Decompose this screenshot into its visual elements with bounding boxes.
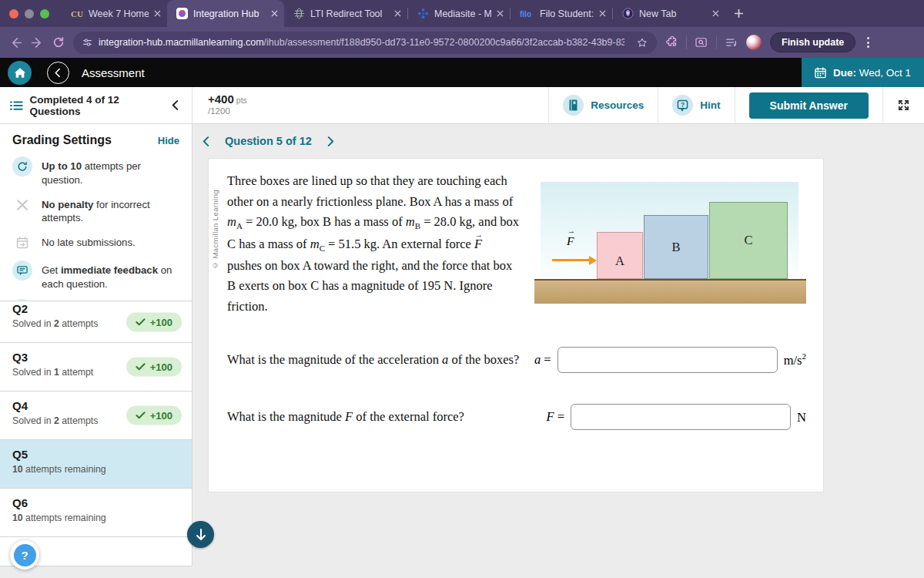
points-unit: pts bbox=[236, 96, 247, 105]
svg-text:?: ? bbox=[681, 100, 685, 108]
window-minimize-button[interactable] bbox=[25, 9, 34, 18]
submit-answer-button[interactable]: Submit Answer bbox=[749, 92, 869, 119]
sidebar-item-q4[interactable]: Q4 Solved in 2 attempts +100 bbox=[0, 391, 192, 440]
plus-icon bbox=[735, 9, 743, 18]
help-button[interactable]: ? bbox=[10, 540, 39, 570]
sidebar: Grading Settings Hide Up to 10 attempts … bbox=[0, 124, 192, 578]
tab-lti-redirect[interactable]: LTI Redirect Tool bbox=[284, 0, 407, 27]
grading-item-attempts: Up to 10 attempts per question. bbox=[12, 156, 179, 187]
sidebar-item-q6[interactable]: Q6 10 attempts remaining bbox=[0, 489, 192, 537]
diagram-box-a: A bbox=[597, 232, 643, 279]
back-button[interactable] bbox=[47, 62, 69, 84]
grading-settings-panel: Grading Settings Hide Up to 10 attempts … bbox=[0, 124, 192, 301]
tab-week7-homework[interactable]: CU Week 7 Homework bbox=[62, 0, 167, 27]
next-question-button[interactable] bbox=[327, 136, 334, 146]
forward-icon[interactable] bbox=[31, 36, 44, 49]
feedback-bubble-icon bbox=[12, 260, 32, 281]
tab-title: Filo Student: World's Onl bbox=[540, 8, 594, 19]
hide-link[interactable]: Hide bbox=[158, 135, 179, 146]
brave-icon bbox=[622, 8, 634, 19]
points-earned: +400 bbox=[208, 92, 234, 106]
window-close-button[interactable] bbox=[9, 9, 18, 18]
question-list-header: Completed 4 of 12 Questions bbox=[0, 87, 192, 123]
close-icon[interactable] bbox=[497, 10, 504, 17]
physics-diagram: A B C F→ bbox=[534, 171, 806, 304]
finish-update-button[interactable]: Finish update bbox=[770, 32, 855, 52]
search-in-page-icon[interactable] bbox=[695, 37, 708, 48]
window-controls bbox=[0, 9, 62, 18]
sidebar-item-q2[interactable]: Q2 Solved in 2 attempts +100 bbox=[0, 301, 192, 343]
acceleration-input[interactable] bbox=[557, 347, 778, 373]
url-domain: integration-hub.macmillanlearning.com bbox=[99, 37, 264, 48]
browser-menu-icon[interactable] bbox=[864, 37, 872, 48]
url-text: integration-hub.macmillanlearning.com/ih… bbox=[99, 37, 624, 48]
url-bar[interactable]: integration-hub.macmillanlearning.com/ih… bbox=[73, 32, 657, 54]
extensions-puzzle-icon[interactable] bbox=[665, 36, 678, 49]
tab-mediasite[interactable]: Mediasite - Mediasite Ch bbox=[408, 0, 510, 27]
filo-logo-icon: filo bbox=[520, 9, 534, 18]
profile-avatar[interactable] bbox=[746, 35, 762, 50]
workspace: Grading Settings Hide Up to 10 attempts … bbox=[0, 124, 924, 578]
tab-integration-hub[interactable]: Integration Hub bbox=[167, 0, 284, 27]
window-maximize-button[interactable] bbox=[40, 9, 49, 18]
globe-icon bbox=[293, 8, 305, 19]
force-input[interactable] bbox=[571, 404, 791, 430]
sidebar-item-q5[interactable]: Q5 10 attempts remaining bbox=[0, 440, 192, 489]
points-total: /1200 bbox=[208, 106, 247, 116]
force-arrow-head bbox=[589, 256, 597, 265]
answer-variable-label: a = bbox=[534, 352, 551, 368]
back-icon[interactable] bbox=[9, 36, 22, 49]
nav-divider bbox=[716, 35, 717, 49]
check-icon bbox=[136, 363, 146, 371]
tab-filo-student[interactable]: filo Filo Student: World's Onl bbox=[511, 0, 612, 27]
close-icon[interactable] bbox=[599, 10, 606, 17]
url-path: /ihub/assessment/f188d950-dd73-11e0-9572… bbox=[264, 37, 625, 48]
site-settings-icon[interactable] bbox=[82, 37, 92, 48]
new-tab-button[interactable] bbox=[725, 7, 752, 21]
reading-list-icon[interactable] bbox=[725, 38, 738, 48]
calendar-icon bbox=[815, 67, 826, 79]
close-icon[interactable] bbox=[712, 10, 719, 17]
grading-item-no-late: No late submissions. bbox=[12, 233, 179, 253]
svg-text:CU: CU bbox=[71, 9, 83, 18]
collapse-panel-button[interactable] bbox=[169, 97, 182, 113]
tab-new-tab[interactable]: New Tab bbox=[613, 0, 725, 27]
grading-item-feedback: Get immediate feedback on each question. bbox=[12, 260, 179, 291]
tab-title: LTI Redirect Tool bbox=[310, 8, 389, 19]
arrow-down-icon bbox=[196, 529, 206, 541]
question-text: Three boxes are lined up so that they ar… bbox=[227, 171, 520, 318]
fullscreen-button[interactable] bbox=[882, 87, 924, 123]
close-icon[interactable] bbox=[394, 10, 401, 17]
hint-button[interactable]: ? Hint bbox=[658, 87, 734, 123]
grading-item-no-penalty: No penalty for incorrect attempts. bbox=[12, 195, 179, 226]
question-counter: Question 5 of 12 bbox=[225, 135, 312, 147]
home-button[interactable] bbox=[8, 61, 32, 85]
resources-button[interactable]: Resources bbox=[548, 87, 658, 123]
scroll-down-button[interactable] bbox=[187, 521, 214, 548]
unit-label: N bbox=[797, 408, 806, 425]
due-text: Due: Wed, Oct 1 bbox=[833, 67, 911, 79]
page-title: Assessment bbox=[82, 66, 145, 79]
question-panel: © Macmillan Learning Three boxes are lin… bbox=[208, 158, 824, 492]
list-icon bbox=[10, 100, 23, 111]
prev-question-button[interactable] bbox=[203, 136, 209, 146]
due-date-banner: Due: Wed, Oct 1 bbox=[802, 58, 924, 87]
points-summary: +400 pts /1200 bbox=[192, 87, 247, 123]
score-badge: +100 bbox=[126, 312, 182, 331]
force-label: F→ bbox=[567, 234, 574, 248]
subquestion-force: What is the magnitude F of the external … bbox=[227, 404, 806, 430]
subquestion-acceleration: What is the magnitude of the acceleratio… bbox=[227, 347, 806, 373]
tab-title: New Tab bbox=[639, 8, 707, 19]
answer-variable-label: F = bbox=[547, 409, 565, 425]
close-icon[interactable] bbox=[154, 10, 161, 17]
hint-label: Hint bbox=[700, 99, 720, 111]
reload-icon[interactable] bbox=[52, 36, 65, 49]
expand-icon bbox=[897, 99, 910, 112]
close-icon[interactable] bbox=[271, 10, 278, 17]
sidebar-item-q3[interactable]: Q3 Solved in 1 attempt +100 bbox=[0, 343, 192, 391]
force-arrow bbox=[552, 259, 591, 261]
x-icon bbox=[12, 195, 32, 215]
force-vector-symbol: F→ bbox=[474, 237, 482, 251]
bookmark-star-icon[interactable] bbox=[637, 37, 648, 49]
cu-logo-icon: CU bbox=[71, 8, 83, 18]
